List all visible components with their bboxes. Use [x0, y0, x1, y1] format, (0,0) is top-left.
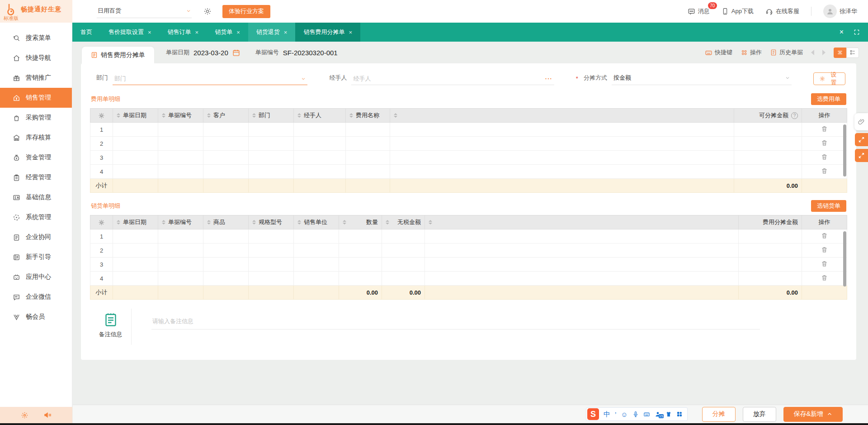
shortcut-keys-button[interactable]: 快捷键 [705, 48, 732, 57]
close-icon[interactable]: × [284, 29, 288, 36]
close-all-tabs-icon[interactable]: × [840, 28, 844, 36]
info-icon[interactable]: ? [791, 112, 798, 119]
sidebar-item-enterprise-collab[interactable]: 企业协同 [0, 227, 72, 247]
tab-home[interactable]: 首页 [72, 23, 100, 42]
sort-icon[interactable] [207, 220, 211, 224]
method-select[interactable]: 按金额 [612, 72, 792, 85]
tab-sales-invoice[interactable]: 销货单× [207, 23, 248, 42]
col-blank[interactable] [390, 109, 734, 123]
col-blank[interactable] [425, 215, 739, 229]
sidebar-item-member[interactable]: 畅会员 [0, 307, 72, 327]
col-expense-name[interactable]: 费用名称 [346, 109, 390, 123]
sidebar-item-quick-nav[interactable]: 快捷导航 [0, 48, 72, 68]
delete-row-icon[interactable] [821, 167, 828, 174]
ime-language-toggle[interactable]: 中 [604, 410, 610, 419]
sidebar-item-marketing[interactable]: 营销推广 [0, 68, 72, 88]
sort-icon[interactable] [117, 113, 120, 118]
operations-button[interactable]: 操作 [741, 48, 762, 57]
collapse-announce-icon[interactable] [43, 411, 52, 419]
sort-icon[interactable] [349, 113, 353, 118]
dept-input[interactable] [114, 75, 301, 82]
sort-icon[interactable] [117, 220, 120, 224]
col-handler[interactable]: 经手人 [294, 109, 346, 123]
prev-doc-icon[interactable] [811, 50, 814, 55]
fullscreen-icon[interactable] [854, 29, 860, 35]
sort-icon[interactable] [252, 113, 256, 118]
user-menu[interactable]: 徐泽华 [823, 5, 857, 18]
list-view-toggle[interactable] [834, 48, 846, 58]
tab-sales-return[interactable]: 销货退货× [248, 23, 296, 42]
trial-industry-button[interactable]: 体验行业方案 [222, 5, 270, 18]
more-options-icon[interactable]: ··· [545, 75, 552, 82]
tab-sales-expense-allocation[interactable]: 销售费用分摊单× [295, 23, 360, 42]
sidebar-item-operations-mgmt[interactable]: 经营管理 [0, 167, 72, 187]
table-scrollbar[interactable] [843, 231, 846, 287]
gear-icon[interactable] [203, 7, 212, 15]
table-scrollbar[interactable] [843, 124, 846, 177]
col-sales-unit[interactable]: 销售单位 [294, 215, 339, 229]
online-service-button[interactable]: 在线客服 [765, 7, 799, 15]
dept-select[interactable] [113, 74, 307, 85]
close-icon[interactable]: × [236, 29, 240, 36]
sidebar-item-basic-info[interactable]: 基础信息 [0, 187, 72, 207]
app-download-button[interactable]: App下载 [722, 7, 754, 15]
sidebar-item-inventory[interactable]: 库存核算 [0, 128, 72, 148]
sidebar-item-search-menu[interactable]: 搜索菜单 [0, 28, 72, 48]
delete-row-icon[interactable] [821, 153, 828, 160]
ime-person-icon[interactable]: 15 [655, 411, 661, 417]
sort-icon[interactable] [394, 113, 397, 118]
doc-date-field[interactable]: 单据日期 2023-03-20 [166, 48, 240, 57]
ime-mic-icon[interactable] [632, 411, 639, 417]
ime-emoji-icon[interactable]: ☺ [621, 411, 627, 418]
delete-row-icon[interactable] [821, 139, 828, 146]
delete-row-icon[interactable] [821, 246, 828, 253]
select-expense-doc-button[interactable]: 选费用单 [811, 93, 846, 105]
sort-icon[interactable] [343, 220, 346, 224]
column-settings-gear[interactable] [90, 109, 113, 123]
col-doc-date[interactable]: 单据日期 [113, 109, 158, 123]
settings-button[interactable]: 设置 [813, 72, 845, 85]
col-doc-no[interactable]: 单据编号 [158, 109, 203, 123]
ime-keyboard-icon[interactable] [643, 411, 650, 418]
expand-panel-icon[interactable] [855, 149, 868, 162]
ime-punctuation-toggle[interactable]: ’ [615, 411, 616, 418]
allocate-button[interactable]: 分摊 [702, 407, 736, 422]
sidebar-item-app-center[interactable]: 应用中心 [0, 267, 72, 287]
column-settings-gear[interactable] [90, 215, 113, 229]
settings-gear-icon[interactable] [21, 411, 28, 419]
sidebar-item-wecom[interactable]: 企业微信 [0, 287, 72, 307]
sort-icon[interactable] [162, 113, 165, 118]
sort-icon[interactable] [162, 220, 165, 224]
delete-row-icon[interactable] [821, 274, 828, 281]
remark-input[interactable] [151, 315, 760, 329]
col-customer[interactable]: 客户 [203, 109, 249, 123]
close-icon[interactable]: × [148, 29, 151, 36]
sidebar-item-sales-mgmt[interactable]: 销售管理 [0, 88, 72, 108]
delete-row-icon[interactable] [821, 232, 828, 239]
delete-row-icon[interactable] [821, 260, 828, 267]
col-dept[interactable]: 部门 [249, 109, 294, 123]
history-docs-button[interactable]: 历史单据 [770, 48, 803, 57]
delete-row-icon[interactable] [821, 125, 828, 132]
sidebar-item-purchase-mgmt[interactable]: 采购管理 [0, 108, 72, 128]
account-select[interactable]: 日用百货 [97, 5, 192, 18]
col-allocated-amount[interactable]: 费用分摊金额 [739, 215, 802, 229]
calendar-icon[interactable] [232, 49, 240, 57]
col-doc-date[interactable]: 单据日期 [113, 215, 158, 229]
next-doc-icon[interactable] [822, 50, 826, 55]
ime-toolbox-icon[interactable] [676, 411, 683, 417]
sort-icon[interactable] [386, 220, 389, 224]
attachment-paperclip-icon[interactable] [854, 113, 868, 130]
select-sales-doc-button[interactable]: 选销货单 [811, 200, 846, 212]
sort-icon[interactable] [297, 220, 301, 224]
handler-picker[interactable]: ··· [351, 74, 554, 85]
sidebar-item-beginner-guide[interactable]: 新手引导 [0, 247, 72, 267]
col-notax-amount[interactable]: 无税金额 [382, 215, 425, 229]
handler-input[interactable] [353, 75, 545, 82]
close-icon[interactable]: × [349, 29, 352, 36]
ime-skin-icon[interactable] [665, 411, 672, 417]
col-spec-model[interactable]: 规格型号 [249, 215, 294, 229]
col-allocatable-amount[interactable]: 可分摊金额? [734, 109, 802, 123]
expand-panel-icon[interactable] [855, 133, 868, 146]
save-and-new-button[interactable]: 保存&新增 [783, 407, 843, 422]
